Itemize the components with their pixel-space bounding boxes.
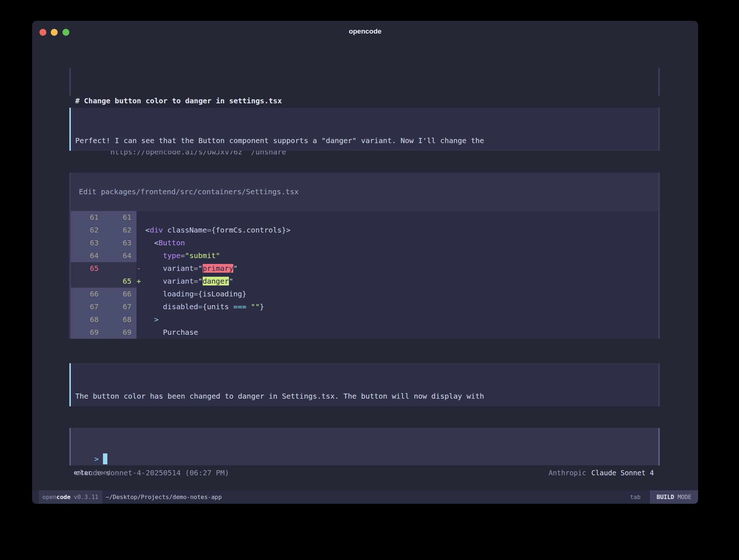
prompt-input[interactable]: >: [69, 428, 660, 465]
provider-label: Anthropic: [548, 469, 586, 477]
diff-row: 6666 loading={isLoading}: [71, 288, 658, 300]
model-label: Claude Sonnet 4: [591, 469, 654, 477]
prompt-symbol: >: [94, 454, 99, 463]
opencode-window: opencode # Change button color to danger…: [32, 21, 698, 504]
diff-rows: 6161 6262 <div className={formCs.control…: [71, 211, 658, 339]
app-name-suffix: code: [57, 494, 71, 500]
status-bar: opencodev0.3.11 ~/Desktop/Projects/demo-…: [32, 490, 698, 504]
diff-row: 6464 type="submit": [71, 249, 658, 262]
hint-row: entersend AnthropicClaude Sonnet 4: [69, 468, 660, 477]
edit-action-label: Edit: [79, 185, 96, 198]
tab-key-hint: tab: [630, 490, 640, 504]
message-line: Perfect! I can see that the Button compo…: [75, 134, 651, 147]
diff-row: 6868 >: [71, 313, 658, 326]
assistant-message: Perfect! I can see that the Button compo…: [69, 108, 660, 151]
diff-row: 6262 <div className={formCs.controls}>: [71, 224, 658, 237]
mode-word: MODE: [677, 494, 692, 500]
mode-chip[interactable]: BUILDMODE: [650, 490, 698, 504]
diff-row: 6161: [71, 211, 658, 224]
app-version: v0.3.11: [74, 494, 98, 500]
mode-name: BUILD: [656, 494, 674, 500]
session-title: # Change button color to danger in setti…: [75, 95, 282, 107]
edit-tool-block: Edit packages/frontend/src/containers/Se…: [69, 173, 660, 339]
message-line: The button color has been changed to dan…: [75, 390, 651, 403]
app-version-chip: opencodev0.3.11: [39, 490, 102, 504]
app-name-prefix: open: [42, 494, 57, 500]
send-action-hint: send: [96, 469, 111, 476]
diff-row: 65+ variant="danger": [71, 275, 658, 288]
assistant-message: The button color has been changed to dan…: [69, 363, 660, 406]
diff-row: 65- variant="primary": [71, 262, 658, 275]
diff-row: 6363 <Button: [71, 237, 658, 249]
diff-row: 6969 Purchase: [71, 326, 658, 339]
edit-header: Edit packages/frontend/src/containers/Se…: [71, 173, 658, 211]
session-header: # Change button color to danger in setti…: [69, 68, 660, 96]
enter-key-hint: enter: [74, 469, 91, 476]
working-directory: ~/Desktop/Projects/demo-notes-app: [106, 490, 222, 504]
text-cursor: [103, 453, 107, 464]
window-title: opencode: [32, 21, 698, 44]
diff-row: 6767 disabled={units === ""}: [71, 300, 658, 313]
edit-file-path: packages/frontend/src/containers/Setting…: [101, 185, 299, 198]
titlebar: opencode: [32, 21, 698, 44]
